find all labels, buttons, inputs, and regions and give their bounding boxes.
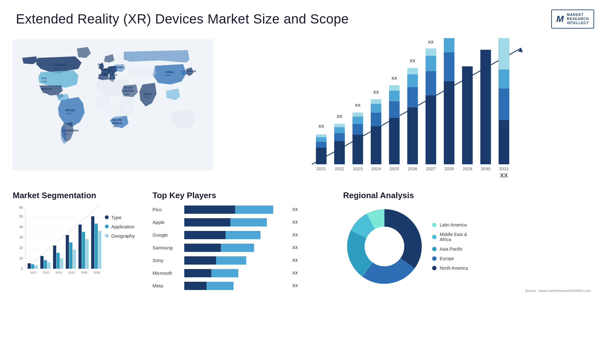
svg-rect-5 — [316, 137, 326, 142]
svg-rect-44 — [498, 38, 509, 70]
svg-text:2024: 2024 — [371, 166, 381, 171]
svg-text:10: 10 — [19, 257, 23, 260]
middle-east-africa-dot — [432, 235, 437, 239]
svg-rect-31 — [407, 68, 418, 74]
saudi-value: xx% — [124, 92, 129, 95]
svg-rect-41 — [462, 66, 472, 164]
player-google: Google XX — [152, 231, 337, 239]
svg-rect-93 — [91, 216, 94, 269]
world-map-svg: CANADA xx% U.S. xx% MEXICO xx% BRAZIL xx… — [13, 38, 213, 172]
segmentation-legend: Type Application Geography — [105, 215, 135, 239]
italy-value: xx% — [110, 77, 115, 80]
svg-text:2030: 2030 — [481, 166, 491, 171]
latin-america-dot — [432, 223, 437, 227]
players-title: Top Key Players — [152, 191, 337, 200]
svg-rect-25 — [389, 91, 399, 101]
svg-text:2027: 2027 — [426, 166, 436, 171]
world-map-section: CANADA xx% U.S. xx% MEXICO xx% BRAZIL xx… — [10, 35, 216, 187]
svg-text:2022: 2022 — [43, 271, 49, 274]
svg-text:XX: XX — [500, 172, 508, 179]
india-value: xx% — [144, 96, 149, 98]
svg-rect-13 — [352, 134, 363, 164]
svg-text:2031: 2031 — [499, 166, 509, 171]
us-value: xx% — [42, 80, 47, 83]
germany-label: GERMANY — [109, 65, 123, 69]
svg-text:2025: 2025 — [390, 166, 399, 171]
us-label: U.S. — [42, 77, 47, 80]
svg-rect-100 — [184, 218, 230, 226]
germany-value: xx% — [111, 69, 115, 72]
svg-rect-29 — [407, 87, 418, 107]
saudi-label2: ARABIA — [123, 89, 134, 92]
svg-text:XX: XX — [318, 124, 324, 129]
brazil-label: BRAZIL — [65, 108, 76, 111]
svg-text:2023: 2023 — [56, 271, 62, 274]
svg-rect-102 — [184, 231, 226, 239]
uk-label: U.K. — [98, 63, 104, 66]
svg-rect-45 — [498, 70, 509, 89]
svg-rect-79 — [47, 262, 51, 269]
svg-text:XX: XX — [410, 58, 416, 63]
regional-layout: Latin America Middle East &Africa Asia P… — [343, 205, 597, 288]
page-header: Extended Reality (XR) Devices Market Siz… — [0, 0, 610, 35]
svg-rect-74 — [31, 264, 34, 269]
italy-label: ITALY — [110, 73, 117, 77]
bar-chart-svg: XX XX XX XX XX — [222, 38, 594, 184]
svg-rect-10 — [334, 127, 345, 133]
svg-rect-28 — [407, 107, 418, 164]
segmentation-chart: 0 10 20 30 40 50 60 — [13, 205, 102, 281]
svg-rect-30 — [407, 74, 418, 87]
mexico-value: xx% — [42, 91, 47, 93]
svg-rect-46 — [498, 88, 509, 120]
donut-chart — [343, 205, 426, 288]
svg-rect-35 — [425, 56, 436, 71]
svg-rect-104 — [184, 244, 221, 252]
svg-rect-38 — [444, 81, 454, 164]
svg-text:XX: XX — [373, 90, 379, 94]
southafrica-label: SOUTH — [112, 118, 122, 122]
svg-rect-14 — [352, 124, 363, 134]
players-section: Top Key Players Pico XX Apple — [152, 191, 337, 294]
svg-text:2029: 2029 — [463, 166, 472, 171]
svg-rect-98 — [184, 206, 235, 214]
svg-rect-23 — [389, 118, 399, 164]
svg-rect-86 — [69, 242, 72, 269]
svg-text:2026: 2026 — [408, 166, 417, 171]
svg-rect-24 — [389, 101, 399, 118]
japan-value: xx% — [187, 73, 192, 76]
svg-text:20: 20 — [19, 246, 23, 250]
asia-pacific-dot — [432, 247, 437, 251]
svg-rect-21 — [371, 99, 381, 104]
player-samsung: Samsung XX — [152, 243, 337, 252]
svg-text:2026: 2026 — [94, 271, 100, 274]
svg-rect-94 — [95, 224, 98, 269]
svg-text:2021: 2021 — [30, 271, 37, 274]
svg-rect-87 — [73, 250, 76, 269]
svg-rect-83 — [60, 258, 63, 269]
regional-title: Regional Analysis — [343, 191, 597, 200]
svg-rect-39 — [444, 52, 454, 81]
brazil-value: xx% — [66, 112, 71, 115]
regional-legend: Latin America Middle East &Africa Asia P… — [432, 222, 468, 271]
svg-rect-95 — [98, 231, 101, 269]
svg-rect-33 — [425, 95, 436, 164]
china-label: CHINA — [165, 70, 174, 73]
china-value: xx% — [166, 74, 171, 77]
svg-rect-108 — [184, 269, 211, 277]
svg-rect-77 — [40, 256, 44, 269]
svg-text:50: 50 — [19, 215, 23, 218]
svg-text:2024: 2024 — [68, 271, 75, 274]
svg-rect-26 — [389, 85, 399, 91]
bottom-sections: Market Segmentation 0 10 20 30 40 50 60 — [10, 187, 600, 294]
spain-label: SPAIN — [98, 74, 107, 77]
svg-rect-78 — [44, 260, 47, 269]
svg-rect-11 — [334, 124, 345, 127]
application-dot — [105, 225, 109, 228]
segmentation-title: Market Segmentation — [13, 191, 146, 200]
type-dot — [105, 215, 109, 219]
argentina-value: xx% — [64, 132, 68, 135]
legend-geography: Geography — [105, 233, 135, 239]
svg-text:2021: 2021 — [316, 166, 326, 171]
svg-text:XX: XX — [337, 114, 342, 118]
svg-rect-34 — [425, 71, 436, 95]
